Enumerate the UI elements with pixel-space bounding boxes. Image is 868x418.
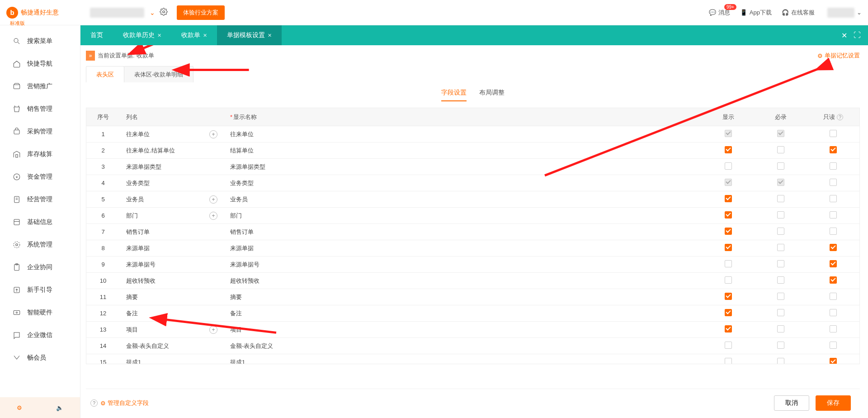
cell-display[interactable]: 超收转预收 (224, 277, 702, 285)
checkbox[interactable] (830, 228, 837, 235)
cell-display[interactable]: 来源单据类型 (224, 163, 702, 171)
checkbox[interactable] (725, 211, 732, 218)
checkbox[interactable] (777, 146, 784, 153)
checkbox[interactable] (830, 162, 837, 170)
sidebar-item[interactable]: 智能硬件 (0, 301, 80, 324)
save-button[interactable]: 保存 (816, 395, 851, 411)
checkbox[interactable] (830, 195, 837, 202)
collapse-toggle-icon[interactable]: » (86, 51, 95, 61)
cell-display[interactable]: 部门 (224, 212, 702, 220)
add-icon[interactable]: + (209, 195, 217, 204)
help-icon[interactable]: ? (90, 399, 98, 407)
add-icon[interactable]: + (209, 212, 217, 220)
sidebar-item[interactable]: 营销推广 (0, 75, 80, 98)
page-tab[interactable]: 收款单✕ (171, 25, 217, 45)
sidebar-item[interactable]: 搜索菜单 (0, 30, 80, 52)
sub-tab[interactable]: 字段设置 (441, 89, 467, 101)
sidebar-item[interactable]: 企业协同 (0, 256, 80, 279)
sidebar-item[interactable]: 企业微信 (0, 324, 80, 347)
user-menu[interactable]: ⌄ (825, 8, 862, 18)
zone-tab[interactable]: 表体区-收款单明细 (124, 66, 193, 82)
checkbox[interactable] (830, 358, 837, 364)
sidebar-item[interactable]: 畅会员 (0, 347, 80, 369)
sidebar-item[interactable]: 库存核算 (0, 143, 80, 166)
checkbox[interactable] (725, 276, 732, 284)
checkbox[interactable] (725, 228, 732, 235)
page-tab[interactable]: 收款单历史✕ (113, 25, 171, 45)
sidebar-item[interactable]: 采购管理 (0, 120, 80, 143)
checkbox[interactable] (830, 325, 837, 332)
checkbox[interactable] (830, 309, 837, 316)
messages-link[interactable]: 💬 消息 99+ (709, 9, 730, 17)
checkbox[interactable] (830, 146, 837, 153)
add-icon[interactable]: + (209, 130, 217, 138)
gear-icon[interactable]: ⚙ (17, 404, 22, 411)
checkbox[interactable] (830, 130, 837, 137)
memory-settings-link[interactable]: ⚙ 单据记忆设置 (817, 52, 860, 60)
sidebar-item[interactable]: 新手引导 (0, 279, 80, 301)
checkbox[interactable] (830, 276, 837, 284)
close-all-icon[interactable]: ✕ (841, 31, 847, 40)
custom-fields-link[interactable]: ⚙ 管理自定义字段 (100, 399, 149, 407)
checkbox[interactable] (725, 342, 732, 349)
sidebar-item[interactable]: 快捷导航 (0, 52, 80, 75)
close-icon[interactable]: ✕ (203, 33, 207, 38)
checkbox[interactable] (777, 195, 784, 202)
cell-display[interactable]: 业务员 (224, 195, 702, 204)
checkbox[interactable] (830, 260, 837, 267)
cell-display[interactable]: 业务类型 (224, 179, 702, 187)
checkbox[interactable] (725, 244, 732, 251)
cell-display[interactable]: 提成1 (224, 358, 702, 364)
checkbox[interactable] (725, 260, 732, 267)
cell-display[interactable]: 往来单位 (224, 130, 702, 138)
sidebar-item[interactable]: 销售管理 (0, 98, 80, 120)
sub-tab[interactable]: 布局调整 (479, 89, 505, 101)
org-selector[interactable]: ⌄ (90, 8, 155, 18)
cell-display[interactable]: 金额-表头自定义 (224, 342, 702, 350)
checkbox[interactable] (830, 342, 837, 349)
close-icon[interactable]: ✕ (157, 33, 161, 38)
app-download-link[interactable]: 📱 App下载 (740, 9, 772, 17)
page-tab[interactable]: 单据模板设置✕ (217, 25, 282, 45)
help-icon[interactable]: ? (837, 114, 843, 120)
checkbox[interactable] (777, 276, 784, 284)
fullscreen-icon[interactable]: ⛶ (854, 31, 861, 39)
checkbox[interactable] (777, 325, 784, 332)
checkbox[interactable] (725, 146, 732, 153)
cancel-button[interactable]: 取消 (774, 395, 809, 411)
checkbox[interactable] (725, 309, 732, 316)
checkbox[interactable] (777, 342, 784, 349)
sidebar-item[interactable]: 基础信息 (0, 211, 80, 233)
online-service-link[interactable]: 🎧 在线客服 (782, 9, 815, 17)
close-icon[interactable]: ✕ (268, 33, 272, 38)
checkbox[interactable] (725, 195, 732, 202)
checkbox[interactable] (777, 358, 784, 364)
checkbox[interactable] (830, 211, 837, 218)
checkbox[interactable] (725, 358, 732, 364)
checkbox[interactable] (725, 325, 732, 332)
checkbox[interactable] (777, 228, 784, 235)
checkbox[interactable] (830, 179, 837, 186)
checkbox[interactable] (830, 244, 837, 251)
checkbox[interactable] (725, 162, 732, 170)
checkbox[interactable] (777, 309, 784, 316)
cell-display[interactable]: 备注 (224, 309, 702, 318)
page-tab[interactable]: 首页 (80, 25, 113, 45)
cell-display[interactable]: 来源单据号 (224, 261, 702, 269)
sidebar-item[interactable]: 经营管理 (0, 188, 80, 211)
gear-icon[interactable] (160, 8, 168, 18)
cell-display[interactable]: 结算单位 (224, 147, 702, 155)
sidebar-item[interactable]: ¥资金管理 (0, 166, 80, 188)
cell-display[interactable]: 摘要 (224, 293, 702, 301)
sound-icon[interactable]: 🔈 (56, 404, 63, 411)
checkbox[interactable] (725, 293, 732, 300)
checkbox[interactable] (777, 211, 784, 218)
sidebar-item[interactable]: 系统管理 (0, 233, 80, 256)
checkbox[interactable] (830, 293, 837, 300)
checkbox[interactable] (777, 293, 784, 300)
cell-display[interactable]: 项目 (224, 326, 702, 334)
cell-display[interactable]: 销售订单 (224, 228, 702, 236)
checkbox[interactable] (777, 244, 784, 251)
promo-button[interactable]: 体验行业方案 (177, 5, 225, 20)
add-icon[interactable]: + (209, 326, 217, 334)
